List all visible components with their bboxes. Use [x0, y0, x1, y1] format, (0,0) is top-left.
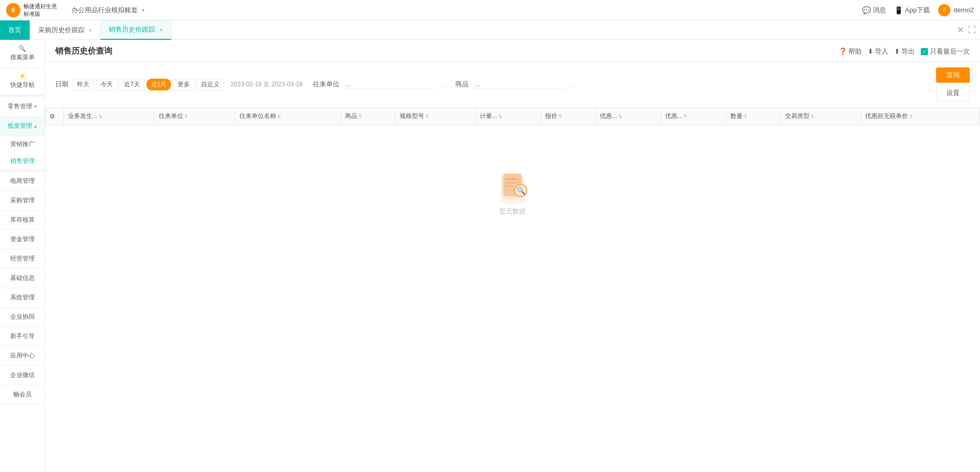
- th-trade-type[interactable]: 交易类型⇅: [780, 108, 861, 125]
- tab-sales-history[interactable]: 销售历史价跟踪 ×: [101, 20, 171, 40]
- operations-label: 经营管理: [10, 254, 35, 263]
- empty-state-row: 🔍 暂元数据: [45, 125, 980, 257]
- date-range-display: 2023-02-18 至 2023-03-18: [230, 80, 302, 89]
- sidebar-item-wholesale-mgmt[interactable]: 批发管理 ▴: [0, 116, 44, 136]
- page-actions: ❓ 帮助 ⬇ 导入 ⬆ 导出 ✓ 只看最后一次: [839, 47, 970, 56]
- ecomm-mgmt-label: 电商管理: [10, 177, 35, 185]
- partner-input[interactable]: [344, 79, 435, 89]
- import-btn[interactable]: ⬇ 导入: [868, 47, 888, 56]
- sidebar-item-guide[interactable]: 新手引导: [0, 327, 44, 346]
- th-quantity[interactable]: 数量⇅: [726, 108, 780, 125]
- quick-nav-label: 快捷导航: [10, 81, 35, 89]
- export-icon: ⬆: [894, 48, 900, 55]
- page-title: 销售历史价查询: [55, 46, 112, 57]
- top-bar: 6 畅捷通好生意 标准版 办公用品行业模拟账套 ▾ 💬 消息 📱 App下载 d…: [0, 0, 980, 20]
- retail-mgmt-label: 零售管理: [8, 102, 32, 111]
- sales-history-table: ⚙ 业务发生...⇅ 往来单位⇅ 往来单位名称⇅ 商品⇅: [45, 107, 980, 257]
- th-discount2[interactable]: 优惠...⇅: [661, 108, 726, 125]
- content-area: 销售历史价查询 ❓ 帮助 ⬇ 导入 ⬆ 导出 ✓: [45, 40, 980, 472]
- user-area[interactable]: d demo2: [938, 4, 974, 16]
- th-product[interactable]: 商品⇅: [341, 108, 396, 125]
- tab-home[interactable]: 首页: [0, 20, 30, 40]
- sidebar-item-marketing[interactable]: 营销推广: [0, 136, 44, 153]
- date-btn-more[interactable]: 更多: [173, 79, 194, 90]
- sidebar-item-app-center[interactable]: 应用中心: [0, 346, 44, 366]
- tab-bar-actions: ✕ ⛶: [957, 25, 980, 35]
- partner-label: 往来单位: [313, 80, 339, 89]
- sidebar-item-basic-info[interactable]: 基础信息: [0, 269, 44, 288]
- sidebar-item-purchase-mgmt[interactable]: 采购管理: [0, 191, 44, 210]
- tab-maximize-icon[interactable]: ⛶: [968, 26, 976, 35]
- sidebar-item-members[interactable]: 畅会员: [0, 385, 44, 405]
- date-btn-yesterday[interactable]: 昨天: [72, 79, 94, 90]
- table-header-row: ⚙ 业务发生...⇅ 往来单位⇅ 往来单位名称⇅ 商品⇅: [45, 108, 980, 125]
- th-partner-name[interactable]: 往来单位名称⇅: [235, 108, 341, 125]
- enterprise-wechat-label: 企业微信: [10, 371, 35, 380]
- export-btn[interactable]: ⬆ 导出: [894, 47, 915, 56]
- date-label: 日期: [55, 80, 68, 89]
- product-label: 商品: [455, 80, 469, 89]
- page-header: 销售历史价查询 ❓ 帮助 ⬇ 导入 ⬆ 导出 ✓: [45, 40, 980, 62]
- sidebar-item-enterprise-collab[interactable]: 企业协同: [0, 308, 44, 327]
- only-last-checkbox[interactable]: ✓: [921, 48, 928, 55]
- settings-button[interactable]: 设置: [936, 85, 970, 101]
- date-btn-7days[interactable]: 近7天: [119, 79, 144, 90]
- sales-history-tab-close[interactable]: ×: [159, 27, 162, 33]
- only-last-area[interactable]: ✓ 只看最后一次: [921, 47, 970, 56]
- tab-purchase-history[interactable]: 采购历史价跟踪 ×: [30, 20, 101, 40]
- product-filter-group: 商品 ...: [455, 79, 574, 89]
- th-quote[interactable]: 报价⇅: [541, 108, 596, 125]
- sidebar-item-quick-nav[interactable]: ⚡ 快捷导航: [0, 67, 44, 95]
- message-icon: 💬: [862, 6, 871, 14]
- filter-bar: 日期 昨天 今天 近7天 近1月 更多 自定义 2023-02-18 至 202…: [45, 62, 980, 107]
- sales-history-tab-label: 销售历史价跟踪: [109, 25, 155, 34]
- tab-close-all-icon[interactable]: ✕: [957, 25, 964, 35]
- enterprise-collab-label: 企业协同: [10, 313, 35, 321]
- gear-icon[interactable]: ⚙: [50, 113, 55, 120]
- app-download-btn[interactable]: 📱 App下载: [894, 6, 930, 15]
- app-center-label: 应用中心: [10, 351, 35, 360]
- top-bar-right: 💬 消息 📱 App下载 d demo2: [862, 4, 974, 16]
- basic-info-label: 基础信息: [10, 274, 35, 282]
- date-btn-custom[interactable]: 自定义: [197, 79, 224, 90]
- th-unit[interactable]: 计量...⇅: [476, 108, 541, 125]
- system-label: 系统管理: [10, 293, 35, 302]
- sidebar-item-system[interactable]: 系统管理: [0, 288, 44, 308]
- date-filter-group: 日期 昨天 今天 近7天 近1月 更多 自定义 2023-02-18 至 202…: [55, 79, 303, 90]
- inventory-label: 库存核算: [10, 216, 35, 224]
- search-menu-label: 搜索菜单: [10, 53, 35, 62]
- purchase-mgmt-label: 采购管理: [10, 196, 35, 205]
- date-btn-1month[interactable]: 近1月: [146, 79, 172, 90]
- sidebar-item-retail-mgmt[interactable]: 零售管理 ▾: [0, 97, 44, 116]
- product-input[interactable]: [473, 79, 565, 89]
- sidebar-item-finance[interactable]: 资金管理: [0, 230, 44, 249]
- sidebar-item-operations[interactable]: 经营管理: [0, 249, 44, 269]
- workspace-dropdown[interactable]: ▾: [142, 7, 144, 13]
- members-label: 畅会员: [13, 390, 32, 399]
- message-btn[interactable]: 💬 消息: [862, 6, 886, 15]
- app-logo-icon: 6: [6, 3, 20, 17]
- th-spec[interactable]: 规格型号⇅: [396, 108, 476, 125]
- home-tab-label: 首页: [8, 26, 21, 35]
- date-buttons: 昨天 今天 近7天 近1月 更多 自定义: [72, 79, 224, 90]
- sidebar-item-inventory[interactable]: 库存核算: [0, 210, 44, 230]
- svg-rect-3: [505, 178, 518, 180]
- main-layout: 🔍 搜索菜单 ⚡ 快捷导航 零售管理 ▾ 批发管理 ▴ 营销推广 销售管理 电商…: [0, 40, 980, 472]
- partner-dots: ...: [439, 81, 445, 88]
- th-discount1[interactable]: 优惠...⇅: [596, 108, 661, 125]
- sidebar: 🔍 搜索菜单 ⚡ 快捷导航 零售管理 ▾ 批发管理 ▴ 营销推广 销售管理 电商…: [0, 40, 45, 472]
- sidebar-item-search-menu[interactable]: 🔍 搜索菜单: [0, 40, 44, 67]
- th-pretax-price[interactable]: 优惠前无税单价⇅: [861, 108, 980, 125]
- workspace-title: 办公用品行业模拟账套: [71, 6, 138, 15]
- help-btn[interactable]: ❓ 帮助: [839, 47, 862, 56]
- sidebar-item-enterprise-wechat[interactable]: 企业微信: [0, 366, 44, 385]
- th-partner-code[interactable]: 往来单位⇅: [155, 108, 235, 125]
- sales-mgmt-label: 销售管理: [10, 157, 35, 166]
- purchase-history-tab-close[interactable]: ×: [89, 27, 92, 33]
- query-button[interactable]: 查询: [936, 67, 970, 83]
- sidebar-item-ecomm-mgmt[interactable]: 电商管理: [0, 172, 44, 191]
- date-btn-today[interactable]: 今天: [96, 79, 117, 90]
- wholesale-mgmt-arrow-icon: ▴: [34, 123, 37, 129]
- sidebar-item-sales-mgmt[interactable]: 销售管理: [0, 153, 44, 170]
- th-biz-date[interactable]: 业务发生...⇅: [64, 108, 155, 125]
